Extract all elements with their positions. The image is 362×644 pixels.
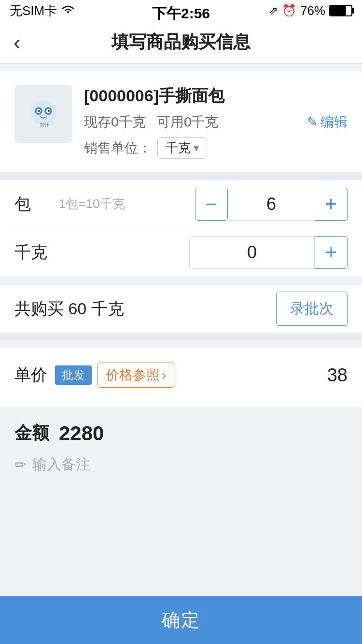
- price-row: 单价 批发 价格参照 › 38: [14, 363, 348, 388]
- chevron-right-icon: ›: [162, 367, 166, 383]
- confirm-button[interactable]: 确定: [0, 596, 362, 644]
- price-ref-button[interactable]: 价格参照 ›: [97, 363, 174, 388]
- battery-icon: [329, 5, 352, 16]
- kg-label: 千克: [14, 241, 53, 264]
- bao-value-input[interactable]: [228, 188, 315, 221]
- status-left: 无SIM卡: [10, 2, 75, 19]
- bao-decrement-button[interactable]: −: [195, 188, 228, 221]
- summary-text: 共购买 60 千克: [14, 298, 276, 320]
- product-owl-icon: 智计: [29, 98, 58, 130]
- svg-point-5: [38, 110, 40, 112]
- price-label: 单价: [14, 364, 47, 386]
- status-bar: 无SIM卡 下午2:56 ⇗ ⏰ 76%: [0, 0, 362, 21]
- status-right: ⇗ ⏰ 76%: [268, 3, 352, 18]
- kg-controls: +: [189, 236, 348, 269]
- amount-label: 金额: [14, 421, 49, 445]
- status-time: 下午2:56: [152, 4, 210, 24]
- remark-placeholder: 输入备注: [32, 455, 90, 475]
- amount-row: 金额 2280: [14, 421, 348, 445]
- product-info-row: 智计 [0000006]手撕面包 现存0千克 可用0千克 销售单位： 千克 ▾: [0, 71, 362, 172]
- remark-row[interactable]: ✏ 输入备注: [14, 455, 348, 475]
- product-name: [0000006]手撕面包: [84, 85, 348, 107]
- nav-bar: ‹ 填写商品购买信息: [0, 21, 362, 64]
- price-value: 38: [327, 365, 348, 386]
- kg-row: 千克 +: [14, 228, 348, 277]
- amount-section: 金额 2280 ✏ 输入备注: [0, 407, 362, 484]
- summary-section: 共购买 60 千克 录批次: [0, 284, 362, 333]
- edit-button[interactable]: ✎ 编辑: [306, 113, 348, 131]
- pencil-icon: ✏: [14, 456, 27, 473]
- alarm-icon: ⏰: [282, 4, 296, 17]
- bao-row: 包 1包=10千克 − +: [14, 180, 348, 228]
- bao-increment-button[interactable]: +: [315, 188, 348, 221]
- price-section: 单价 批发 价格参照 › 38: [0, 348, 362, 407]
- bao-controls: − +: [195, 188, 348, 221]
- battery-percent: 76%: [300, 3, 325, 18]
- location-icon: ⇗: [268, 4, 278, 17]
- bao-sublabel: 1包=10千克: [59, 196, 195, 212]
- batch-button[interactable]: 录批次: [276, 292, 348, 326]
- bao-label: 包: [14, 193, 53, 215]
- dropdown-icon: ▾: [194, 142, 199, 154]
- svg-text:智计: 智计: [40, 122, 49, 127]
- input-section: 包 1包=10千克 − + 千克 +: [0, 180, 362, 277]
- product-card: 智计 [0000006]手撕面包 现存0千克 可用0千克 销售单位： 千克 ▾: [0, 71, 362, 172]
- kg-increment-button[interactable]: +: [315, 236, 348, 269]
- divider-2: [0, 333, 362, 340]
- divider-1: [0, 172, 362, 180]
- wifi-icon: [61, 3, 75, 18]
- price-tag: 批发: [55, 365, 92, 385]
- product-image: 智计: [14, 85, 72, 143]
- edit-icon: ✎: [306, 114, 318, 130]
- carrier-text: 无SIM卡: [10, 2, 57, 19]
- back-button[interactable]: ‹: [14, 32, 21, 53]
- kg-value-input[interactable]: [189, 236, 315, 269]
- page-title: 填写商品购买信息: [111, 30, 251, 54]
- amount-value: 2280: [59, 422, 104, 445]
- unit-select[interactable]: 千克 ▾: [157, 137, 207, 159]
- svg-point-6: [48, 110, 50, 112]
- product-unit-row: 销售单位： 千克 ▾: [84, 137, 348, 159]
